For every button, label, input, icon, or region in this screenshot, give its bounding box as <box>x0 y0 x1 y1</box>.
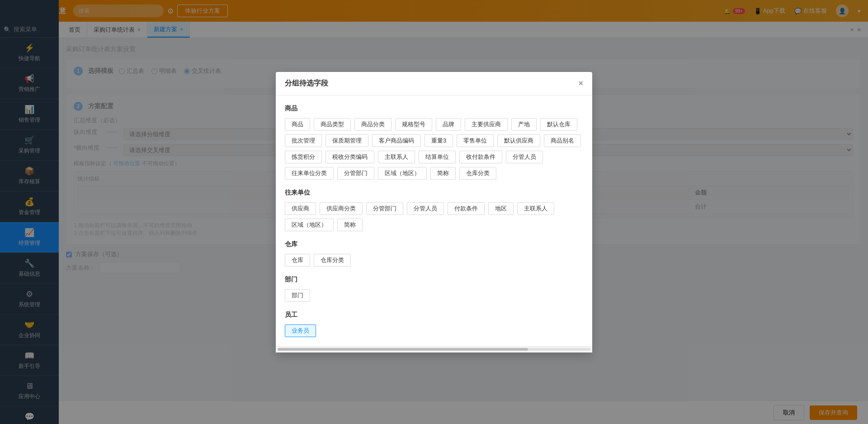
field-tag[interactable]: 简称 <box>337 219 363 231</box>
field-tag[interactable]: 默认仓库 <box>540 118 577 131</box>
product-fields: 商品 商品类型 商品分类 规格型号 品牌 主要供应商 产地 默认仓库 批次管理 … <box>285 118 583 180</box>
field-tag[interactable]: 保质期管理 <box>326 134 368 147</box>
field-tag[interactable]: 区域（地区） <box>378 167 427 180</box>
field-tag[interactable]: 批次管理 <box>285 134 322 147</box>
field-tag[interactable]: 供应商分类 <box>320 202 363 215</box>
field-tag[interactable]: 收付款条件 <box>459 151 502 163</box>
field-tag[interactable]: 仓库分类 <box>314 254 351 267</box>
field-tag[interactable]: 结算单位 <box>419 151 456 163</box>
modal-dialog: 分组待选字段 × 商品 商品 商品类型 商品分类 规格型号 品牌 主要供应商 产… <box>276 72 592 353</box>
field-tag[interactable]: 客户商品编码 <box>372 134 421 147</box>
field-tag[interactable]: 仓库 <box>285 254 310 267</box>
field-tag[interactable]: 商品类型 <box>314 118 351 131</box>
section-product-title: 商品 <box>285 105 583 113</box>
field-tag[interactable]: 主联系人 <box>517 202 554 215</box>
modal-header: 分组待选字段 × <box>276 72 592 95</box>
modal-close-btn[interactable]: × <box>578 79 583 88</box>
section-dept-title: 部门 <box>285 276 583 284</box>
field-tag[interactable]: 分管部门 <box>366 202 403 215</box>
field-tag[interactable]: 规格型号 <box>395 118 432 131</box>
field-tag[interactable]: 商品别名 <box>544 134 581 147</box>
field-tag[interactable]: 付款条件 <box>448 202 485 215</box>
field-tag[interactable]: 简称 <box>430 167 456 180</box>
field-tag[interactable]: 部门 <box>285 289 310 302</box>
section-partner: 往来单位 供应商 供应商分类 分管部门 分管人员 付款条件 地区 主联系人 区域… <box>285 189 583 231</box>
field-tag[interactable]: 税收分类编码 <box>326 151 374 163</box>
field-tag[interactable]: 分管人员 <box>407 202 444 215</box>
field-tag[interactable]: 产地 <box>511 118 537 131</box>
modal-body: 商品 商品 商品类型 商品分类 规格型号 品牌 主要供应商 产地 默认仓库 批次… <box>276 95 592 346</box>
field-tag[interactable]: 商品 <box>285 118 310 131</box>
field-tag[interactable]: 区域（地区） <box>285 219 334 231</box>
employee-fields: 业务员 <box>285 324 583 337</box>
section-employee-title: 员工 <box>285 311 583 319</box>
field-tag[interactable]: 品牌 <box>436 118 461 131</box>
field-tag[interactable]: 重量3 <box>425 134 453 147</box>
field-tag[interactable]: 主联系人 <box>378 151 415 163</box>
field-tag[interactable]: 主要供应商 <box>465 118 508 131</box>
dept-fields: 部门 <box>285 289 583 302</box>
field-tag[interactable]: 零售单位 <box>457 134 494 147</box>
field-tag[interactable]: 分管部门 <box>337 167 374 180</box>
section-partner-title: 往来单位 <box>285 189 583 197</box>
field-tag-salesperson[interactable]: 业务员 <box>285 324 316 337</box>
section-product: 商品 商品 商品类型 商品分类 规格型号 品牌 主要供应商 产地 默认仓库 批次… <box>285 105 583 180</box>
partner-fields: 供应商 供应商分类 分管部门 分管人员 付款条件 地区 主联系人 区域（地区） … <box>285 202 583 231</box>
field-tag[interactable]: 供应商 <box>285 202 316 215</box>
warehouse-fields: 仓库 仓库分类 <box>285 254 583 267</box>
section-employee: 员工 业务员 <box>285 311 583 337</box>
field-tag[interactable]: 分管人员 <box>506 151 543 163</box>
modal-hscrollbar[interactable] <box>276 346 592 353</box>
modal-title: 分组待选字段 <box>285 79 328 88</box>
field-tag[interactable]: 默认供应商 <box>497 134 540 147</box>
field-tag[interactable]: 地区 <box>488 202 514 215</box>
section-warehouse-title: 仓库 <box>285 240 583 248</box>
section-dept: 部门 部门 <box>285 276 583 302</box>
field-tag[interactable]: 仓库分类 <box>459 167 496 180</box>
modal-overlay: 分组待选字段 × 商品 商品 商品类型 商品分类 规格型号 品牌 主要供应商 产… <box>0 0 868 424</box>
section-warehouse: 仓库 仓库 仓库分类 <box>285 240 583 267</box>
field-tag[interactable]: 商品分类 <box>354 118 392 131</box>
field-tag[interactable]: 拣货积分 <box>285 151 322 163</box>
field-tag[interactable]: 往来单位分类 <box>285 167 334 180</box>
